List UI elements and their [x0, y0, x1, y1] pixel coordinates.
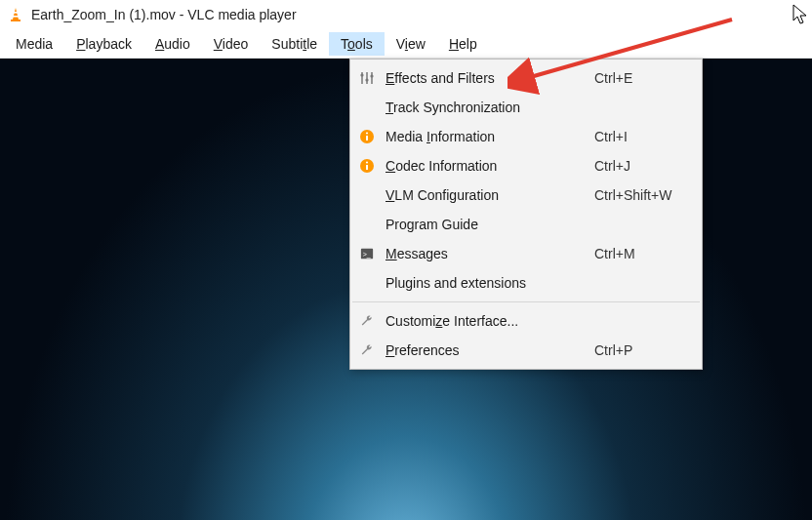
menu-label: Program Guide	[386, 217, 585, 232]
menu-codec-information[interactable]: Codec Information Ctrl+J	[350, 151, 702, 180]
blank-icon	[358, 274, 376, 292]
menu-playback[interactable]: Playback	[64, 32, 143, 56]
menu-label: VLM Configuration	[386, 187, 585, 203]
tools-dropdown: Effects and Filters Ctrl+E Track Synchro…	[349, 59, 703, 370]
menu-shortcut: Ctrl+P	[594, 342, 692, 358]
svg-text:>_: >_	[363, 251, 371, 259]
svg-rect-2	[13, 16, 20, 18]
svg-rect-3	[11, 20, 20, 21]
menu-plugins-extensions[interactable]: Plugins and extensions	[350, 268, 702, 298]
svg-rect-14	[366, 165, 368, 170]
menu-customize-interface[interactable]: Customize Interface...	[350, 306, 702, 336]
svg-point-8	[365, 78, 368, 81]
blank-icon	[358, 186, 376, 204]
info-icon	[358, 128, 376, 145]
blank-icon	[358, 216, 376, 233]
menu-separator	[352, 301, 700, 302]
svg-rect-1	[13, 12, 19, 14]
svg-point-15	[366, 161, 368, 163]
terminal-icon: >_	[358, 245, 376, 262]
menu-label: Messages	[386, 246, 585, 261]
svg-point-12	[366, 132, 368, 134]
menu-help[interactable]: Help	[437, 32, 489, 56]
wrench-icon	[358, 341, 376, 359]
menu-label: Media Information	[386, 129, 585, 144]
sliders-icon	[358, 69, 376, 87]
svg-point-7	[360, 73, 363, 76]
info-icon	[358, 157, 376, 175]
menu-shortcut: Ctrl+M	[594, 246, 692, 261]
menu-shortcut: Ctrl+J	[594, 158, 692, 174]
svg-point-9	[370, 74, 373, 77]
menu-label: Plugins and extensions	[386, 275, 585, 291]
wrench-icon	[358, 312, 376, 330]
menu-label: Track Synchronization	[386, 100, 585, 115]
menu-shortcut: Ctrl+I	[594, 129, 692, 144]
menu-messages[interactable]: >_ Messages Ctrl+M	[350, 239, 702, 268]
window-title: Earth_Zoom_In (1).mov - VLC media player	[31, 7, 297, 22]
menu-label: Customize Interface...	[386, 313, 585, 329]
annotation-arrow	[508, 10, 761, 98]
menu-tools[interactable]: Tools	[329, 32, 385, 56]
svg-rect-11	[366, 136, 368, 140]
menu-preferences[interactable]: Preferences Ctrl+P	[350, 336, 702, 365]
menu-video[interactable]: Video	[202, 32, 261, 56]
blank-icon	[358, 99, 376, 116]
svg-marker-20	[793, 5, 806, 23]
menu-shortcut: Ctrl+Shift+W	[594, 187, 692, 203]
menu-label: Preferences	[386, 342, 585, 358]
menu-audio[interactable]: Audio	[143, 32, 202, 56]
menu-vlm-configuration[interactable]: VLM Configuration Ctrl+Shift+W	[350, 180, 702, 210]
svg-marker-0	[13, 8, 19, 20]
menu-media[interactable]: Media	[4, 32, 64, 56]
menu-media-information[interactable]: Media Information Ctrl+I	[350, 122, 702, 151]
vlc-cone-icon	[8, 7, 23, 22]
mouse-cursor-icon	[792, 4, 810, 25]
menu-program-guide[interactable]: Program Guide	[350, 210, 702, 239]
menu-subtitle[interactable]: Subtitle	[260, 32, 329, 56]
menu-view[interactable]: View	[385, 32, 437, 56]
svg-line-19	[527, 20, 732, 78]
menu-label: Codec Information	[386, 158, 585, 174]
